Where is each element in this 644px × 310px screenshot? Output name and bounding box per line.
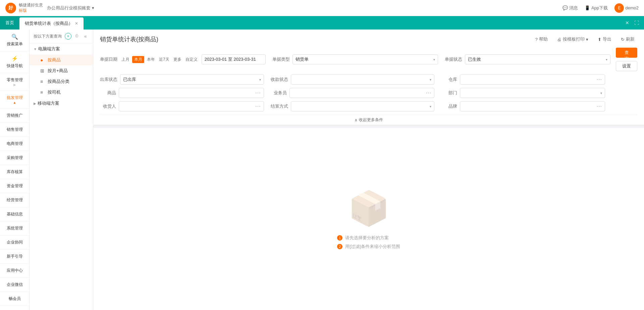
avatar: E [614, 3, 624, 13]
product-select[interactable]: ··· [119, 88, 264, 98]
shortcut-icon: ⚡ [3, 55, 26, 62]
filter-product: 商品 ··· [100, 88, 264, 98]
header-left: 好 畅捷通好生意 标版 办公用品行业模拟账套 ▾ [5, 3, 94, 13]
warehouse-status-select[interactable]: 已出库 ▾ [120, 74, 264, 85]
query-button[interactable]: 查询 [616, 48, 637, 58]
company-selector[interactable]: 办公用品行业模拟账套 ▾ [47, 5, 94, 11]
refresh-button[interactable]: ↻ 刷新 [618, 35, 637, 44]
brand-select[interactable]: ··· [460, 101, 605, 111]
triangle-right-icon: ▶ [34, 102, 36, 105]
sidebar-item-basic[interactable]: 基础信息 [0, 207, 29, 221]
collapse-more-button[interactable]: ∧ 收起更多条件 [100, 115, 637, 125]
filter-payment-status: 收款状态 ▾ [264, 74, 435, 85]
sidebar-item-retail[interactable]: 零售管理 ▶ [0, 73, 29, 91]
scheme-group-pc-header[interactable]: ▼ 电脑端方案 [30, 43, 93, 55]
app-download-button[interactable]: 📱 App下载 [585, 5, 608, 11]
empty-state: 📦 1 请先选择要分析的方案 2 用[过滤]条件来缩小分析范围 [93, 128, 644, 310]
sidebar-item-sales[interactable]: 销售管理 [0, 123, 29, 137]
filter-warehouse-status: 出库状态 已出库 ▾ [100, 74, 264, 85]
sidebar-item-wholesale[interactable]: 批发管理 ▲ [0, 91, 29, 109]
sidebar-item-operations[interactable]: 经营管理 [0, 193, 29, 207]
chevron-down-icon: ▾ [259, 78, 261, 82]
sidebar-nav: 🔍 搜索菜单 ⚡ 快捷导航 零售管理 ▶ 批发管理 ▲ 营销推广 销售管理 电商… [0, 30, 30, 310]
sidebar-item-ecommerce[interactable]: 电商管理 [0, 137, 29, 151]
payment-method-select[interactable]: ▾ [291, 101, 435, 111]
person-icon: ≡ [40, 90, 46, 95]
date-tab-more[interactable]: 更多 [172, 56, 183, 63]
filter-row-2: 出库状态 已出库 ▾ 收款状态 ▾ 仓库 [100, 74, 637, 85]
export-button[interactable]: ⬆ 导出 [595, 35, 614, 44]
filter-row-1: 单据日期 上月 本月 本年 近7天 更多 自定义 2023-03-01 至 20… [100, 48, 637, 71]
query-setting-area: 查询 设置 [610, 48, 637, 71]
tab-close-icon[interactable]: ✕ [75, 21, 78, 26]
filter-warehouse: 仓库 ··· [434, 74, 605, 85]
empty-steps: 1 请先选择要分析的方案 2 用[过滤]条件来缩小分析范围 [337, 235, 400, 250]
warehouse-select[interactable]: ··· [460, 74, 605, 85]
page-header: 销货单统计表(按商品) ? 帮助 🖨 按模板打印 ▾ ⬆ [93, 30, 644, 125]
filter-doc-type: 单据类型 销货单 ▾ [266, 48, 438, 71]
add-scheme-button[interactable]: + [65, 33, 71, 40]
chevron-down-icon: ▾ [92, 5, 94, 10]
payment-status-select[interactable]: ▾ [291, 74, 435, 85]
sidebar-item-system[interactable]: 系统管理 [0, 221, 29, 236]
doc-type-select[interactable]: 销货单 ▾ [292, 54, 438, 64]
main-layout: 🔍 搜索菜单 ⚡ 快捷导航 零售管理 ▶ 批发管理 ▲ 营销推广 销售管理 电商… [0, 30, 644, 310]
sidebar-item-newbie[interactable]: 新手引导 [0, 250, 29, 264]
copy-scheme-button[interactable]: © [73, 33, 80, 40]
sidebar-item-wechat[interactable]: 企业微信 [0, 278, 29, 292]
export-icon: ⬆ [598, 37, 601, 42]
user-menu[interactable]: E demo2 [614, 3, 639, 13]
chevron-up-icon: ▲ [3, 101, 26, 104]
date-tab-this-month[interactable]: 本月 [132, 56, 144, 63]
date-range-input[interactable]: 2023-03-01 至 2023-03-31 [202, 54, 266, 64]
scheme-panel: 按以下方案查询 + © « ▼ 电脑端方案 ● 按商品 [30, 30, 93, 310]
date-tab-this-year[interactable]: 本年 [146, 56, 156, 63]
sidebar-item-enterprise[interactable]: 企业协同 [0, 236, 29, 250]
collapse-scheme-button[interactable]: « [82, 33, 89, 40]
sidebar-item-member[interactable]: 畅会员 [0, 292, 29, 306]
messages-button[interactable]: 💬 消息 [562, 5, 578, 11]
empty-step-1: 1 请先选择要分析的方案 [337, 235, 400, 241]
empty-illustration: 📦 [348, 189, 390, 228]
date-tabs: 上月 本月 本年 近7天 更多 自定义 [120, 56, 199, 63]
help-button[interactable]: ? 帮助 [533, 35, 550, 44]
date-tab-last-month[interactable]: 上月 [120, 56, 131, 63]
sidebar-item-purchase[interactable]: 采购管理 [0, 151, 29, 165]
doc-status-select[interactable]: 已生效 ▾ [465, 54, 610, 64]
scheme-item-by-product[interactable]: ● 按商品 [30, 55, 93, 65]
sidebar-item-appstore[interactable]: 应用中心 [0, 264, 29, 278]
filter-date: 单据日期 上月 本月 本年 近7天 更多 自定义 2023-03-01 至 20… [100, 48, 266, 71]
sidebar-item-inventory[interactable]: 库存核算 [0, 165, 29, 179]
sidebar-item-finance[interactable]: 资金管理 [0, 179, 29, 193]
radio-active-icon: ● [40, 57, 46, 63]
dept-select[interactable]: ▾ [460, 88, 605, 98]
filter-receiver: 收货人 ··· [100, 101, 264, 111]
scheme-group-pc: ▼ 电脑端方案 ● 按商品 ⊞ 按月+商品 ≡ 按商品分类 ≡ 按司机 [30, 43, 93, 98]
page-actions: ? 帮助 🖨 按模板打印 ▾ ⬆ 导出 ↻ [533, 35, 637, 44]
print-icon: 🖨 [557, 37, 561, 42]
scheme-group-mobile-header[interactable]: ▶ 移动端方案 [30, 98, 93, 109]
sidebar-item-shortcut[interactable]: ⚡ 快捷导航 [0, 51, 29, 73]
scheme-item-by-month-product[interactable]: ⊞ 按月+商品 [30, 65, 93, 76]
sidebar-item-search[interactable]: 🔍 搜索菜单 [0, 30, 29, 51]
grid-icon: ⊞ [40, 68, 46, 73]
minimize-icon[interactable]: ✕ [624, 19, 631, 26]
settings-button[interactable]: 设置 [616, 61, 637, 71]
sidebar-item-marketing[interactable]: 营销推广 [0, 109, 29, 123]
tab-home[interactable]: 首页 [0, 16, 19, 30]
salesman-select[interactable]: ··· [289, 88, 435, 98]
logo-text: 畅捷通好生意 标版 [19, 3, 43, 13]
filter-dept: 部门 ▾ [434, 88, 605, 98]
scheme-item-by-category[interactable]: ≡ 按商品分类 [30, 76, 93, 87]
scheme-item-by-driver[interactable]: ≡ 按司机 [30, 87, 93, 98]
tab-sales-stats[interactable]: 销货单统计表（按商品） ✕ [19, 17, 84, 30]
date-tab-7days[interactable]: 近7天 [158, 56, 171, 63]
print-button[interactable]: 🖨 按模板打印 ▾ [554, 35, 591, 44]
page-header-top: 销货单统计表(按商品) ? 帮助 🖨 按模板打印 ▾ ⬆ [100, 35, 637, 44]
date-tab-custom[interactable]: 自定义 [184, 56, 199, 63]
ellipsis-icon: ··· [597, 76, 602, 83]
logo-icon: 好 [5, 3, 16, 13]
maximize-icon[interactable]: ⛶ [633, 19, 640, 26]
top-header: 好 畅捷通好生意 标版 办公用品行业模拟账套 ▾ 💬 消息 📱 App下载 E … [0, 0, 644, 16]
receiver-select[interactable]: ··· [119, 101, 264, 111]
